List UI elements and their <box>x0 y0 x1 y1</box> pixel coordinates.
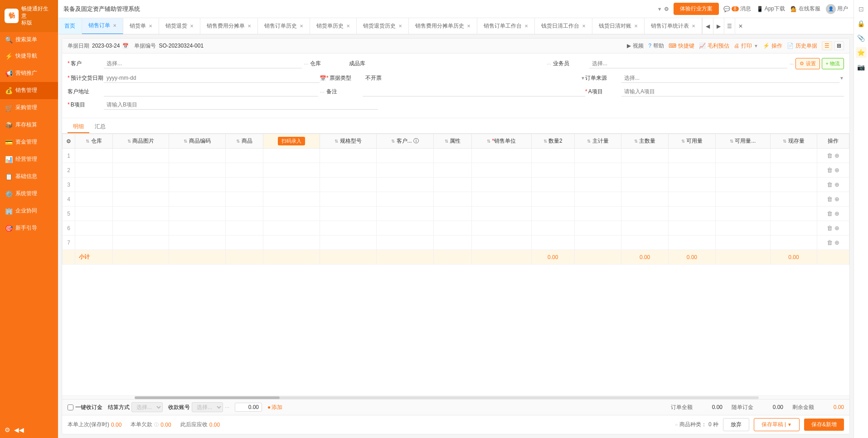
app-download-btn[interactable]: 📱 App下载 <box>756 5 785 13</box>
settings-btn[interactable]: ⚙ 设置 <box>795 58 820 69</box>
cell-warehouse-1[interactable] <box>75 149 113 163</box>
online-service-btn[interactable]: 💁 在线客服 <box>790 5 820 13</box>
tab-workbench[interactable]: 销售订单工作台 ✕ <box>477 18 535 34</box>
b-project-input[interactable] <box>104 100 378 110</box>
save-draft-btn[interactable]: 保存草稿 ▼ <box>754 418 800 431</box>
tab-stats[interactable]: 销售订单统计表 ✕ <box>645 18 702 34</box>
view-btn[interactable]: ▶视频 <box>627 42 644 50</box>
account-select[interactable]: 选择... <box>192 402 223 412</box>
sidebar-item-basic[interactable]: 📋 基础信息 <box>0 168 58 185</box>
date-calendar-icon[interactable]: 📅 <box>122 43 129 49</box>
tab-close-fee-history[interactable]: ✕ <box>467 24 470 29</box>
cell-unit-2[interactable] <box>471 163 531 178</box>
sidebar-item-quick[interactable]: ⚡ 快捷导航 <box>0 48 58 65</box>
sidebar-item-marketing[interactable]: 📢 营销推广 <box>0 65 58 82</box>
tab-close-refund-history[interactable]: ✕ <box>398 24 402 29</box>
scan-btn[interactable]: 扫码录入 <box>278 137 305 145</box>
help-btn[interactable]: ?帮助 <box>648 42 664 50</box>
tab-close-sales-refund[interactable]: ✕ <box>190 24 194 29</box>
row-delete-2[interactable]: 🗑 <box>827 167 833 173</box>
sidebar-item-operations[interactable]: 📊 经营管理 <box>0 151 58 168</box>
settings-gear-icon[interactable]: ⚙ <box>664 6 669 12</box>
tab-sales-return[interactable]: 销货单 ✕ <box>123 18 159 34</box>
row-delete-3[interactable]: 🗑 <box>827 181 833 188</box>
address-input[interactable] <box>104 87 318 96</box>
list-view-btn[interactable]: ☰ <box>822 41 832 50</box>
sidebar-item-search[interactable]: 🔍 搜索菜单 <box>0 32 58 48</box>
tab-close-sales-return[interactable]: ✕ <box>149 24 152 29</box>
cell-spec-1[interactable] <box>320 149 376 163</box>
order-source-input[interactable] <box>621 73 839 83</box>
solution-btn[interactable]: 体验行业方案 <box>674 3 719 15</box>
col-scan[interactable]: 扫码录入 <box>263 134 320 149</box>
row-copy-2[interactable]: ⊕ <box>834 167 839 173</box>
tab-close-stats[interactable]: ✕ <box>692 24 695 29</box>
cell-attr-2[interactable] <box>434 163 471 178</box>
row-copy-5[interactable]: ⊕ <box>834 210 839 217</box>
scroll-area[interactable] <box>62 395 849 399</box>
payment-select[interactable]: 选择... <box>131 402 163 412</box>
staff-dots[interactable]: ··· <box>787 61 795 67</box>
cell-attr-1[interactable] <box>434 149 471 163</box>
tab-sales-refund[interactable]: 销货退货 ✕ <box>159 18 200 34</box>
sidebar-item-sales[interactable]: 💰 销售管理 <box>0 82 58 99</box>
row-copy-3[interactable]: ⊕ <box>834 181 839 188</box>
user-avatar[interactable]: 👤 用户 <box>826 4 848 14</box>
tab-menu-btn[interactable]: ☰ <box>724 18 735 34</box>
right-panel-icon-4[interactable]: ⭐ <box>856 47 867 58</box>
tab-close-sales-fee[interactable]: ✕ <box>247 24 251 29</box>
account-dots[interactable]: ··· <box>225 404 229 410</box>
tab-home[interactable]: 首页 <box>58 18 82 34</box>
cell-product-2[interactable] <box>225 163 263 178</box>
a-project-input[interactable] <box>621 87 844 96</box>
cell-ccode-1[interactable] <box>376 149 434 163</box>
tab-close-cash-ledger[interactable]: ✕ <box>634 24 638 29</box>
right-panel-icon-1[interactable]: ⊡ <box>856 4 867 14</box>
cell-warehouse-3[interactable] <box>75 178 113 192</box>
amount-input[interactable] <box>235 403 262 412</box>
tab-refund-history[interactable]: 销货退货历史 ✕ <box>357 18 409 34</box>
sidebar-item-corp[interactable]: 🏢 企业协同 <box>0 202 58 220</box>
cell-product-1[interactable] <box>225 149 263 163</box>
tab-close-workbench[interactable]: ✕ <box>524 24 528 29</box>
discard-btn[interactable]: 放弃 <box>723 418 749 431</box>
cell-code-1[interactable] <box>169 149 225 163</box>
tab-fee-history[interactable]: 销售费用分摊单历史 ✕ <box>409 18 477 34</box>
tab-detail[interactable]: 明细 <box>68 121 89 133</box>
row-delete-5[interactable]: 🗑 <box>827 210 833 217</box>
right-panel-icon-2[interactable]: 🔒 <box>856 18 867 29</box>
logistics-btn[interactable]: + 物流 <box>822 58 844 69</box>
cell-unit-1[interactable] <box>471 149 531 163</box>
message-icon[interactable]: 💬 8 消息 <box>723 5 751 13</box>
save-new-btn[interactable]: 保存&新增 <box>804 419 844 431</box>
profit-btn[interactable]: 📈毛利预估 <box>699 42 729 50</box>
address-dots[interactable]: ··· <box>318 89 326 95</box>
tab-close-cash-daily[interactable]: ✕ <box>582 24 586 29</box>
delivery-calendar-icon[interactable]: 📅 <box>320 75 326 82</box>
print-btn[interactable]: 🖨打印 ▼ <box>734 42 758 50</box>
tab-summary[interactable]: 汇总 <box>89 121 111 133</box>
warehouse-dots[interactable]: ··· <box>545 61 553 67</box>
delivery-input[interactable] <box>104 73 320 83</box>
row-copy-4[interactable]: ⊕ <box>834 196 839 202</box>
customer-input[interactable] <box>104 59 302 68</box>
tab-close-all-btn[interactable]: ✕ <box>735 18 746 34</box>
cell-qty2-2[interactable] <box>531 163 574 178</box>
sidebar-collapse-btn[interactable]: ◀◀ <box>14 426 24 433</box>
right-panel-icon-3[interactable]: 📎 <box>856 33 867 43</box>
tab-sales-order[interactable]: 销售订单 ✕ <box>82 18 123 34</box>
cell-mainqty-2[interactable] <box>621 163 669 178</box>
cell-code-2[interactable] <box>169 163 225 178</box>
tab-sales-fee[interactable]: 销售费用分摊单 ✕ <box>200 18 258 34</box>
tab-close-sales-order[interactable]: ✕ <box>113 23 116 28</box>
tab-cash-ledger[interactable]: 钱货日清对账 ✕ <box>592 18 645 34</box>
row-copy-1[interactable]: ⊕ <box>834 152 839 159</box>
customer-dots[interactable]: ··· <box>302 61 310 67</box>
shortcut-btn[interactable]: ⌨快捷键 <box>669 42 694 50</box>
cell-warehouse-2[interactable] <box>75 163 113 178</box>
cell-mainqty-1[interactable] <box>621 149 669 163</box>
tab-close-sales-history[interactable]: ✕ <box>300 24 303 29</box>
sidebar-item-finance[interactable]: 💳 资金管理 <box>0 134 58 151</box>
operation-btn[interactable]: ⚡操作 <box>763 42 782 50</box>
row-delete-4[interactable]: 🗑 <box>827 196 833 202</box>
